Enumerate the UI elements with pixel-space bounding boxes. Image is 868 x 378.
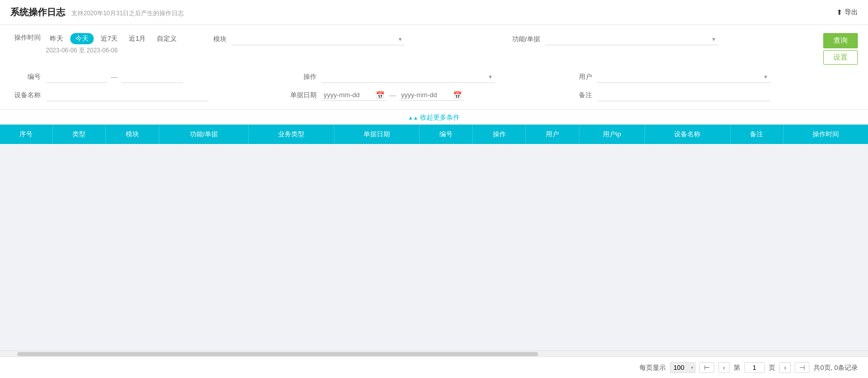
- time-range: 2023-06-06 至 2023-06-06: [46, 46, 181, 55]
- operation-label: 操作: [286, 72, 317, 81]
- date-from-input[interactable]: [324, 91, 375, 99]
- page-label: 第: [734, 363, 740, 372]
- page-header: 系统操作日志 支持2020年10月31日之后产生的操作日志 ⬆ 导出: [0, 0, 868, 25]
- function-label: 功能/单据: [510, 35, 540, 44]
- date-dash: —: [389, 92, 396, 99]
- page-input[interactable]: [744, 362, 765, 373]
- filter-area: 操作时间 昨天 今天 近7天 近1月 自定义 2023-06-06 至 2023…: [0, 25, 868, 110]
- col-user: 用户: [526, 125, 579, 144]
- time-btn-yesterday[interactable]: 昨天: [46, 33, 67, 44]
- page-subtitle: 支持2020年10月31日之后产生的操作日志: [71, 9, 184, 18]
- calendar-to-icon[interactable]: 📅: [453, 91, 462, 99]
- export-label: 导出: [845, 8, 858, 17]
- total-info: 共0页, 0条记录: [814, 363, 858, 372]
- data-table: 序号 类型 模块 功能/单据 业务类型 单据日期 编号 操作 用户 用户ip 设…: [0, 125, 868, 144]
- main-content: 序号 类型 模块 功能/单据 业务类型 单据日期 编号 操作 用户 用户ip 设…: [0, 125, 868, 378]
- col-device: 设备名称: [645, 125, 730, 144]
- remark-label: 备注: [562, 91, 592, 100]
- export-icon: ⬆: [836, 8, 843, 16]
- col-biz-type: 业务类型: [249, 125, 334, 144]
- remark-input[interactable]: [597, 89, 770, 101]
- first-page-button[interactable]: ⊢: [699, 362, 714, 373]
- last-page-button[interactable]: ⊣: [795, 362, 809, 373]
- date-from-wrap: 📅: [322, 90, 386, 101]
- pagination-bar: 每页显示 100 50 200 ▾ ⊢ ‹ 第 页 › ⊣ 共0页, 0条记录: [0, 357, 868, 378]
- user-select[interactable]: [597, 71, 770, 83]
- function-select[interactable]: [545, 33, 718, 45]
- date-to-input[interactable]: [401, 91, 452, 99]
- col-remark: 备注: [730, 125, 783, 144]
- horizontal-scrollbar[interactable]: [0, 351, 868, 357]
- action-buttons: 查询 设置: [823, 33, 858, 65]
- col-user-ip: 用户ip: [579, 125, 645, 144]
- page-container: 系统操作日志 支持2020年10月31日之后产生的操作日志 ⬆ 导出 操作时间 …: [0, 0, 868, 378]
- prev-page-button[interactable]: ‹: [718, 362, 730, 373]
- number-to-input[interactable]: [122, 71, 183, 83]
- collapse-bar: ▲▲ 收起更多条件: [0, 110, 868, 125]
- next-page-button[interactable]: ›: [779, 362, 791, 373]
- scrollbar-thumb[interactable]: [17, 352, 538, 356]
- settings-button[interactable]: 设置: [823, 50, 858, 65]
- time-label: 操作时间: [10, 33, 41, 42]
- number-from-input[interactable]: [46, 71, 107, 83]
- col-op-time: 操作时间: [783, 125, 868, 144]
- time-content: 昨天 今天 近7天 近1月 自定义 2023-06-06 至 2023-06-0…: [46, 33, 181, 55]
- number-label: 编号: [10, 72, 41, 81]
- operation-select[interactable]: [322, 71, 495, 83]
- collapse-button[interactable]: ▲▲ 收起更多条件: [408, 113, 460, 122]
- user-label: 用户: [562, 72, 592, 81]
- col-number: 编号: [419, 125, 472, 144]
- collapse-arrow-icon: ▲▲: [408, 115, 418, 121]
- time-btn-custom[interactable]: 自定义: [153, 33, 181, 44]
- col-operation: 操作: [472, 125, 525, 144]
- header-left: 系统操作日志 支持2020年10月31日之后产生的操作日志: [10, 6, 184, 18]
- module-select[interactable]: [232, 33, 405, 45]
- time-btn-1month[interactable]: 近1月: [125, 33, 150, 44]
- page-unit: 页: [769, 363, 775, 372]
- col-voucher-date: 单据日期: [334, 125, 419, 144]
- time-btn-7days[interactable]: 近7天: [97, 33, 122, 44]
- page-title: 系统操作日志: [10, 6, 65, 18]
- col-index: 序号: [0, 125, 52, 144]
- table-header-row: 序号 类型 模块 功能/单据 业务类型 单据日期 编号 操作 用户 用户ip 设…: [0, 125, 868, 144]
- table-wrapper[interactable]: 序号 类型 模块 功能/单据 业务类型 单据日期 编号 操作 用户 用户ip 设…: [0, 125, 868, 351]
- device-label: 设备名称: [10, 91, 41, 100]
- device-input[interactable]: [46, 89, 209, 101]
- voucher-date-label: 单据日期: [286, 91, 317, 100]
- time-buttons: 昨天 今天 近7天 近1月 自定义: [46, 33, 181, 44]
- per-page-label: 每页显示: [639, 363, 666, 372]
- number-dash: —: [111, 73, 118, 81]
- query-button[interactable]: 查询: [823, 33, 858, 48]
- date-to-wrap: 📅: [399, 90, 464, 101]
- col-function: 功能/单据: [159, 125, 248, 144]
- page-size-select[interactable]: 100 50 200: [670, 362, 695, 373]
- collapse-label: 收起更多条件: [420, 113, 460, 122]
- export-button[interactable]: ⬆ 导出: [836, 8, 858, 17]
- time-btn-today[interactable]: 今天: [70, 33, 94, 44]
- page-size-wrap: 100 50 200 ▾: [670, 362, 695, 373]
- calendar-from-icon[interactable]: 📅: [376, 91, 384, 99]
- col-type: 类型: [52, 125, 105, 144]
- module-label: 模块: [196, 35, 227, 44]
- col-module: 模块: [106, 125, 159, 144]
